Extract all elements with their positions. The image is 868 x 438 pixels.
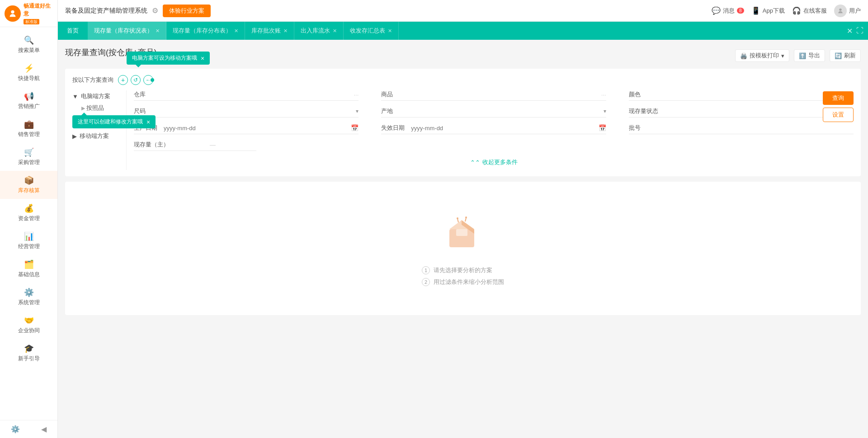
header-right: 💬 消息 8 📱 App下载 🎧 在线客服 用户 <box>712 5 861 17</box>
sidebar-item-finance[interactable]: 💰 资金管理 <box>0 199 57 227</box>
sidebar-item-marketing[interactable]: 📢 营销推广 <box>0 87 57 115</box>
goods-dots[interactable]: ··· <box>601 91 606 98</box>
sidebar-item-guide[interactable]: 🎓 新手引导 <box>0 339 57 367</box>
collapse-btn[interactable]: ⌃⌃ 收起更多条件 <box>134 155 854 170</box>
filter-refresh-btn[interactable]: ↺ <box>131 75 141 85</box>
tab-controls: ✕ ⛶ <box>847 27 868 35</box>
search-btn[interactable]: 查询 <box>823 91 854 105</box>
online-service-action[interactable]: 🎧 在线客服 <box>792 6 827 15</box>
purchase-icon: 🛒 <box>24 147 34 157</box>
scheme-pc-header[interactable]: ▼ 电脑端方案 <box>72 90 121 102</box>
empty-state: 1 请先选择要分析的方案 2 用过滤条件来缩小分析范围 <box>65 182 861 315</box>
sidebar-item-purchase[interactable]: 🛒 采购管理 <box>0 143 57 171</box>
color-input[interactable] <box>656 91 851 98</box>
settings-bottom-icon[interactable]: ⚙️ <box>11 425 20 433</box>
field-expire-date: 失效日期 📅 <box>381 124 606 134</box>
goods-input[interactable] <box>408 91 601 98</box>
field-warehouse: 仓库 ··· <box>134 90 359 101</box>
sidebar-item-inventory[interactable]: 📦 库存核算 <box>0 171 57 199</box>
expire-date-input[interactable] <box>411 125 595 132</box>
tab-home[interactable]: 首页 <box>58 22 88 40</box>
tab-maximize[interactable]: ⛶ <box>856 27 863 35</box>
message-action[interactable]: 💬 消息 8 <box>712 6 744 15</box>
content-area: 现存量查询(按仓库+商品) 🖨️ 按模板打印 ▾ ⬆️ 导出 🔄 刷新 <box>58 40 868 438</box>
filter-back-btn[interactable]: ← <box>143 75 153 85</box>
batch-input[interactable] <box>656 125 854 132</box>
size-input[interactable] <box>161 108 356 115</box>
app-download-action[interactable]: 📱 App下载 <box>751 6 785 15</box>
sidebar-bottom: ⚙️ ◀ <box>0 420 57 438</box>
message-label: 消息 <box>723 7 735 15</box>
tab-summary[interactable]: 收发存汇总表 ✕ <box>344 22 399 40</box>
settings-icon[interactable]: ⚙ <box>152 6 158 15</box>
tab-flow[interactable]: 出入库流水 ✕ <box>294 22 344 40</box>
export-btn[interactable]: ⬆️ 导出 <box>794 49 825 62</box>
sidebar: 畅通道好生意 标准版 🔍 搜索菜单 ⚡ 快捷导航 📢 营销推广 💼 销售管理 🛒… <box>0 0 58 438</box>
tab-inventory-dist[interactable]: 现存量（库存分布表） ✕ <box>166 22 245 40</box>
service-icon: 🎧 <box>792 6 801 15</box>
scheme-item-by-product[interactable]: ▶ 按照品 <box>72 102 121 114</box>
tab-batch-account[interactable]: 库存批次账 ✕ <box>245 22 294 40</box>
experience-btn[interactable]: 体验行业方案 <box>163 5 211 17</box>
refresh-btn[interactable]: 🔄 刷新 <box>830 49 861 62</box>
tab-close-5[interactable]: ✕ <box>388 28 392 34</box>
online-service-label: 在线客服 <box>803 7 827 15</box>
tab-close-all[interactable]: ✕ <box>847 27 853 35</box>
produce-date-input[interactable] <box>164 125 348 132</box>
tab-close-3[interactable]: ✕ <box>283 28 288 34</box>
sidebar-item-basic[interactable]: 🗂️ 基础信息 <box>0 255 57 283</box>
field-color: 颜色 ▾ <box>629 90 854 101</box>
pc-arrow-icon: ▼ <box>72 93 78 100</box>
sidebar-item-system-label: 系统管理 <box>18 299 40 306</box>
tab-close-4[interactable]: ✕ <box>333 28 337 34</box>
stock-max-input[interactable] <box>220 141 256 148</box>
tab-inventory-status[interactable]: 现存量（库存状况表） ✕ <box>88 22 166 40</box>
sidebar-item-search[interactable]: 🔍 搜索菜单 <box>0 31 57 59</box>
size-arrow-icon[interactable]: ▾ <box>356 108 359 114</box>
main-area: 装备及固定资产辅助管理系统 ⚙ 体验行业方案 💬 消息 8 📱 App下载 🎧 … <box>58 0 868 438</box>
field-produce-date: 生产日期 📅 <box>134 124 359 134</box>
tooltip-2-close[interactable]: × <box>146 118 150 126</box>
user-label: 用户 <box>849 7 861 15</box>
svg-point-0 <box>11 10 14 13</box>
origin-input[interactable] <box>408 108 603 115</box>
tooltip-bubble-2: 这里可以创建和修改方案哦 × <box>72 115 156 128</box>
tooltip-1-close[interactable]: × <box>201 55 204 62</box>
mobile-group-label: 移动端方案 <box>80 132 109 140</box>
stock-min-input[interactable] <box>169 141 205 148</box>
stock-status-input[interactable] <box>658 108 851 115</box>
marketing-icon: 📢 <box>24 91 34 101</box>
sidebar-item-marketing-label: 营销推广 <box>18 103 40 110</box>
svg-point-1 <box>839 8 841 10</box>
origin-arrow-icon[interactable]: ▾ <box>604 108 606 114</box>
sidebar-item-quicknav[interactable]: ⚡ 快捷导航 <box>0 59 57 87</box>
print-btn[interactable]: 🖨️ 按模板打印 ▾ <box>735 49 789 62</box>
sidebar-item-purchase-label: 采购管理 <box>18 159 40 166</box>
app-download-label: App下载 <box>763 7 785 15</box>
sidebar-item-enterprise[interactable]: 🤝 企业协同 <box>0 311 57 339</box>
sidebar-item-system[interactable]: ⚙️ 系统管理 <box>0 283 57 311</box>
scheme-mobile-header[interactable]: ▶ 移动端方案 <box>72 130 121 142</box>
sidebar-item-operations[interactable]: 📊 经营管理 <box>0 227 57 255</box>
collapse-sidebar-icon[interactable]: ◀ <box>41 425 47 433</box>
sales-icon: 💼 <box>24 119 34 129</box>
warehouse-input[interactable] <box>161 91 354 98</box>
warehouse-dots[interactable]: ··· <box>354 91 359 98</box>
sidebar-item-sales[interactable]: 💼 销售管理 <box>0 115 57 143</box>
tab-close-2[interactable]: ✕ <box>234 28 238 34</box>
sidebar-item-search-label: 搜索菜单 <box>18 47 40 54</box>
phone-icon: 📱 <box>751 6 760 15</box>
filter-add-btn[interactable]: + <box>118 75 128 85</box>
reset-btn[interactable]: 设置 <box>823 108 854 122</box>
tab-close-1[interactable]: ✕ <box>156 28 160 34</box>
step-num-1: 1 <box>422 266 430 274</box>
filter-header-label: 按以下方案查询 <box>72 76 113 84</box>
expire-date-calendar-icon[interactable]: 📅 <box>599 124 606 132</box>
user-action[interactable]: 用户 <box>834 5 861 17</box>
sidebar-item-basic-label: 基础信息 <box>18 271 40 278</box>
collapse-up-icon: ⌃⌃ <box>470 159 480 166</box>
tooltip-bubble-1: 电脑方案可设为移动方案哦 × <box>127 52 210 65</box>
scheme-panel: 这里可以创建和修改方案哦 × ▼ 电脑端方案 ▶ 按照品 <box>72 90 127 170</box>
sidebar-item-quicknav-label: 快捷导航 <box>18 75 40 82</box>
produce-date-calendar-icon[interactable]: 📅 <box>351 124 359 132</box>
